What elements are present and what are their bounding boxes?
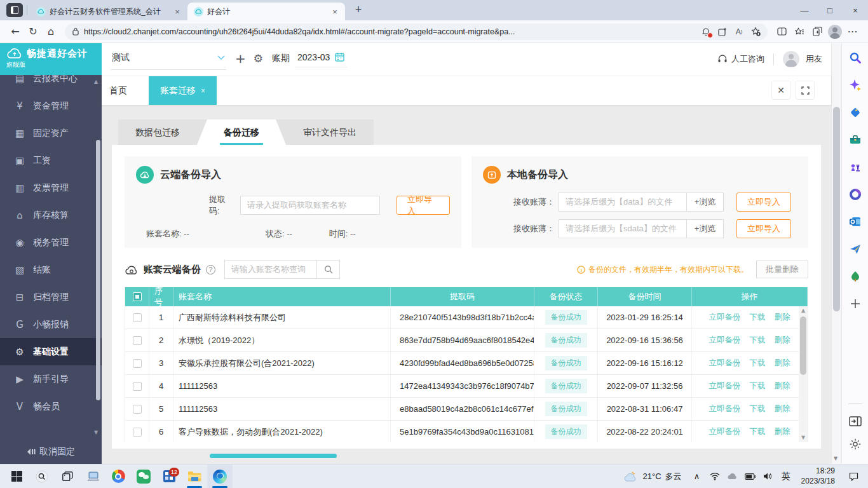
browse-sdata-button[interactable]: +浏览	[686, 220, 723, 238]
tab-account-migrate[interactable]: 账套迁移 ×	[149, 76, 217, 105]
window-close-button[interactable]: ×	[843, 0, 868, 20]
sidebar-item-settings[interactable]: ⚙基础设置	[0, 338, 102, 365]
row-checkbox[interactable]	[133, 405, 142, 414]
sidebar-item-member[interactable]: V畅会员	[0, 393, 95, 420]
page-scroll-down-icon[interactable]: ▼	[834, 456, 837, 461]
sidebar-item-closing[interactable]: ▧结账	[0, 256, 95, 283]
browse-data-button[interactable]: +浏览	[686, 193, 723, 211]
delete-link[interactable]: 删除	[775, 358, 790, 369]
taskbar-weather[interactable]: 21°C 多云	[618, 470, 687, 483]
taskbar-app-grid-icon[interactable]: 12	[156, 464, 182, 488]
download-link[interactable]: 下载	[750, 335, 766, 346]
tab-close-icon[interactable]: ×	[330, 7, 340, 17]
workspaces-icon[interactable]	[6, 3, 23, 17]
add-account-button[interactable]: +	[235, 51, 246, 66]
split-screen-icon[interactable]	[773, 23, 790, 41]
close-page-icon[interactable]: ✕	[771, 81, 790, 100]
window-minimize-button[interactable]: —	[792, 0, 817, 20]
delete-link[interactable]: 删除	[775, 335, 790, 346]
scrollbar-thumb[interactable]	[800, 316, 806, 375]
cloud-import-button[interactable]: 立即导入	[397, 196, 450, 215]
sidebar-item-invoice[interactable]: ▥发票管理	[0, 174, 95, 201]
row-checkbox[interactable]	[133, 313, 142, 322]
microsoft-365-icon[interactable]	[847, 186, 864, 203]
account-settings-icon[interactable]: ⚙	[254, 52, 263, 65]
profile-avatar[interactable]	[826, 23, 844, 41]
notifications-blocked-icon[interactable]	[698, 24, 714, 39]
delete-link[interactable]: 删除	[775, 426, 790, 437]
download-link[interactable]: 下载	[750, 403, 766, 414]
select-all-checkbox[interactable]	[133, 292, 142, 301]
collections-icon[interactable]	[808, 23, 826, 41]
tab-close-icon[interactable]: ×	[172, 7, 182, 17]
table-scrollbar[interactable]: ▲ ▼	[799, 306, 808, 442]
backup-now-link[interactable]: 立即备份	[709, 381, 741, 391]
browser-menu-icon[interactable]: ⋯	[844, 23, 862, 41]
batch-delete-button[interactable]: 批量删除	[756, 261, 808, 278]
shopping-icon[interactable]	[847, 104, 864, 121]
page-scrollbar[interactable]: ▼	[831, 43, 841, 464]
wifi-icon[interactable]	[707, 464, 722, 488]
backup-now-link[interactable]: 立即备份	[709, 358, 741, 369]
home-icon[interactable]: ⌂	[42, 23, 60, 41]
sidebar-unpin-button[interactable]: 取消固定	[0, 440, 102, 464]
volume-icon[interactable]	[761, 464, 776, 488]
browser-tab-inactive[interactable]: 好会计云财务软件管理系统_会计 ×	[30, 3, 187, 20]
toolbox-icon[interactable]	[847, 132, 864, 148]
delete-link[interactable]: 删除	[775, 403, 790, 414]
backup-now-link[interactable]: 立即备份	[709, 426, 741, 437]
taskbar-clock[interactable]: 18:29 2023/3/18	[796, 466, 840, 486]
backup-now-link[interactable]: 立即备份	[709, 335, 741, 346]
browser-tab-active[interactable]: 好会计 ×	[187, 3, 345, 20]
data-file-input[interactable]: 请选择后缀为【data】的文件	[559, 193, 686, 211]
horizontal-scrollbar-thumb[interactable]	[210, 454, 337, 458]
period-picker[interactable]: 2023-03	[295, 50, 347, 67]
taskbar-file-explorer-icon[interactable]	[182, 464, 207, 488]
drop-icon[interactable]	[847, 241, 864, 257]
company-selector[interactable]: 测试	[111, 50, 226, 70]
local-import-sdata-button[interactable]: 立即导入	[736, 219, 791, 238]
row-checkbox[interactable]	[133, 336, 142, 345]
onedrive-icon[interactable]	[725, 464, 740, 488]
taskbar-wechat-icon[interactable]	[131, 464, 156, 488]
add-favorite-icon[interactable]	[747, 24, 764, 39]
tray-chevron-icon[interactable]: ∧	[689, 464, 705, 488]
taskbar-search-icon[interactable]	[29, 464, 55, 488]
local-import-data-button[interactable]: 立即导入	[736, 193, 791, 212]
download-link[interactable]: 下载	[750, 358, 766, 369]
taskbar-start-icon[interactable]	[4, 464, 29, 488]
user-avatar[interactable]	[783, 51, 799, 67]
address-bar[interactable]: https://cloud2.chanjet.com/accounting/uh…	[65, 24, 768, 40]
taskbar-remote-desktop-icon[interactable]	[80, 464, 105, 488]
row-checkbox[interactable]	[133, 428, 142, 437]
row-checkbox[interactable]	[133, 382, 142, 391]
refresh-icon[interactable]: ↻	[24, 23, 42, 41]
customize-sidebar-icon[interactable]	[847, 413, 864, 430]
games-icon[interactable]	[847, 159, 864, 175]
download-link[interactable]: 下载	[750, 426, 766, 437]
support-button[interactable]: 人工咨询	[717, 53, 764, 65]
delete-link[interactable]: 删除	[775, 381, 790, 391]
scroll-up-icon[interactable]: ▲	[801, 306, 805, 315]
input-language-indicator[interactable]: 英	[778, 464, 794, 488]
favorites-icon[interactable]	[790, 23, 808, 41]
sidebar-item-tax[interactable]: ◉税务管理	[0, 229, 95, 256]
scroll-down-icon[interactable]: ▼	[801, 433, 805, 442]
account-search-input[interactable]: 请输入账套名称查询	[224, 260, 317, 279]
tab-close-icon[interactable]: ×	[201, 86, 205, 95]
copilot-icon[interactable]	[847, 77, 864, 93]
help-icon[interactable]: ?	[206, 265, 215, 274]
taskbar-task-view-icon[interactable]	[55, 464, 80, 488]
sdata-file-input[interactable]: 请选择后缀为【sdata】的文件	[559, 220, 686, 238]
notification-center-icon[interactable]	[843, 464, 864, 488]
fullscreen-icon[interactable]	[796, 81, 815, 100]
read-aloud-icon[interactable]: A)	[731, 24, 747, 39]
battery-icon[interactable]	[743, 464, 758, 488]
download-link[interactable]: 下载	[750, 381, 766, 391]
sidebar-item-guide[interactable]: ▶新手引导	[0, 365, 95, 393]
tree-icon[interactable]	[847, 268, 864, 285]
sidebar-item-reimburse[interactable]: G小畅报销	[0, 311, 95, 338]
sidebar-item-funds[interactable]: ¥资金管理	[0, 92, 95, 119]
sidebar-item-salary[interactable]: ▣工资	[0, 147, 95, 174]
delete-link[interactable]: 删除	[775, 312, 790, 323]
